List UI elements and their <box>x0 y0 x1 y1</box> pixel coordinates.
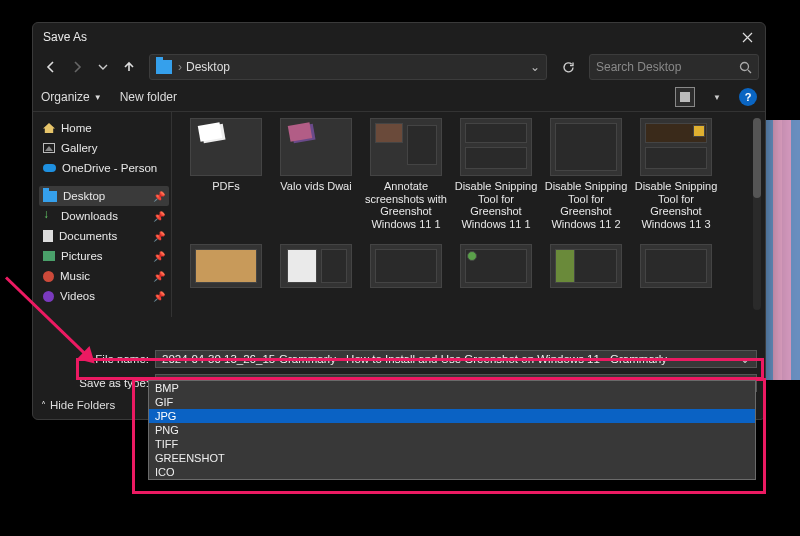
save-type-dropdown[interactable]: BMPGIFJPGPNGTIFFGREENSHOTICO <box>148 380 756 480</box>
sidebar-item-home[interactable]: Home <box>39 118 169 138</box>
save-as-dialog: Save As › Desktop ⌄ Search Desktop <box>32 22 766 420</box>
save-type-option[interactable]: TIFF <box>149 437 755 451</box>
caret-down-icon: ▼ <box>94 93 102 102</box>
file-item[interactable]: Disable Snipping Tool for Greenshot Wind… <box>454 118 538 238</box>
file-item[interactable]: Disable Snipping Tool for Greenshot Wind… <box>634 118 718 238</box>
save-type-option[interactable]: GIF <box>149 395 755 409</box>
nav-recent-button[interactable] <box>91 55 115 79</box>
sidebar: Home Gallery OneDrive - Person Desktop📌 … <box>33 112 171 317</box>
nav-row: › Desktop ⌄ Search Desktop <box>33 51 765 83</box>
file-item[interactable] <box>364 244 448 317</box>
organize-menu[interactable]: Organize ▼ <box>41 90 102 104</box>
save-type-option[interactable]: PNG <box>149 423 755 437</box>
file-item[interactable]: Disable Snipping Tool for Greenshot Wind… <box>544 118 628 238</box>
cloud-icon <box>43 164 56 172</box>
sidebar-item-downloads[interactable]: Downloads📌 <box>39 206 169 226</box>
refresh-button[interactable] <box>555 54 581 80</box>
folder-icon <box>156 60 172 74</box>
folder-icon <box>190 118 262 176</box>
pictures-icon <box>43 251 55 261</box>
pin-icon: 📌 <box>153 291 165 302</box>
save-type-option[interactable]: BMP <box>149 381 755 395</box>
title-bar: Save As <box>33 23 765 51</box>
image-thumbnail <box>370 244 442 288</box>
pin-icon: 📌 <box>153 271 165 282</box>
search-icon <box>739 61 752 74</box>
file-item[interactable] <box>274 244 358 317</box>
filename-label: File name: <box>41 353 149 365</box>
sidebar-item-documents[interactable]: Documents📌 <box>39 226 169 246</box>
file-item[interactable] <box>184 244 268 317</box>
folder-icon <box>280 118 352 176</box>
image-thumbnail <box>550 244 622 288</box>
music-icon <box>43 271 54 282</box>
chevron-down-icon[interactable]: ⌄ <box>530 60 540 74</box>
image-thumbnail <box>370 118 442 176</box>
nav-back-button[interactable] <box>39 55 63 79</box>
pin-icon: 📌 <box>153 251 165 262</box>
image-thumbnail <box>640 244 712 288</box>
download-icon <box>43 210 55 222</box>
chevron-up-icon: ˄ <box>41 400 46 411</box>
sidebar-item-videos[interactable]: Videos📌 <box>39 286 169 306</box>
scrollbar-thumb[interactable] <box>753 118 761 198</box>
filename-input[interactable]: 2024-04-30 13_26_15-Grammarly - How to I… <box>155 350 757 368</box>
new-folder-button[interactable]: New folder <box>120 90 177 104</box>
pin-icon: 📌 <box>153 231 165 242</box>
view-mode-button[interactable] <box>675 87 695 107</box>
file-pane[interactable]: PDFs Valo vids Dwai Annotate screenshots… <box>172 112 765 317</box>
nav-up-button[interactable] <box>117 55 141 79</box>
address-text: Desktop <box>186 60 230 74</box>
search-placeholder: Search Desktop <box>596 60 739 74</box>
file-item[interactable] <box>634 244 718 317</box>
image-thumbnail <box>550 118 622 176</box>
file-item[interactable]: Annotate screenshots with Greenshot Wind… <box>364 118 448 238</box>
nav-forward-button[interactable] <box>65 55 89 79</box>
image-thumbnail <box>460 244 532 288</box>
pin-icon: 📌 <box>153 211 165 222</box>
image-thumbnail <box>460 118 532 176</box>
sidebar-item-onedrive[interactable]: OneDrive - Person <box>39 158 169 178</box>
document-icon <box>43 230 53 242</box>
folder-item[interactable]: Valo vids Dwai <box>274 118 358 238</box>
window-title: Save As <box>43 30 87 44</box>
sidebar-item-desktop[interactable]: Desktop📌 <box>39 186 169 206</box>
image-thumbnail <box>640 118 712 176</box>
save-type-option[interactable]: GREENSHOT <box>149 451 755 465</box>
vertical-scrollbar[interactable] <box>753 118 761 310</box>
folder-icon <box>43 191 57 202</box>
gallery-icon <box>43 143 55 153</box>
dialog-body: Home Gallery OneDrive - Person Desktop📌 … <box>33 111 765 317</box>
svg-point-0 <box>741 62 749 70</box>
sidebar-item-gallery[interactable]: Gallery <box>39 138 169 158</box>
help-button[interactable]: ? <box>739 88 757 106</box>
image-thumbnail <box>280 244 352 288</box>
folder-item[interactable]: PDFs <box>184 118 268 238</box>
caret-down-icon[interactable]: ▼ <box>713 93 721 102</box>
desktop-wallpaper-stripes <box>764 120 800 380</box>
save-type-option[interactable]: ICO <box>149 465 755 479</box>
save-type-label: Save as type: <box>41 377 149 389</box>
videos-icon <box>43 291 54 302</box>
image-thumbnail <box>190 244 262 288</box>
sidebar-item-music[interactable]: Music📌 <box>39 266 169 286</box>
chevron-down-icon[interactable]: ⌄ <box>740 352 750 366</box>
pin-icon: 📌 <box>153 191 165 202</box>
search-field[interactable]: Search Desktop <box>589 54 759 80</box>
home-icon <box>43 123 55 133</box>
close-button[interactable] <box>739 29 755 45</box>
save-type-option[interactable]: JPG <box>149 409 755 423</box>
toolbar: Organize ▼ New folder ▼ ? <box>33 83 765 111</box>
file-item[interactable] <box>544 244 628 317</box>
address-bar[interactable]: › Desktop ⌄ <box>149 54 547 80</box>
file-item[interactable] <box>454 244 538 317</box>
sidebar-item-pictures[interactable]: Pictures📌 <box>39 246 169 266</box>
